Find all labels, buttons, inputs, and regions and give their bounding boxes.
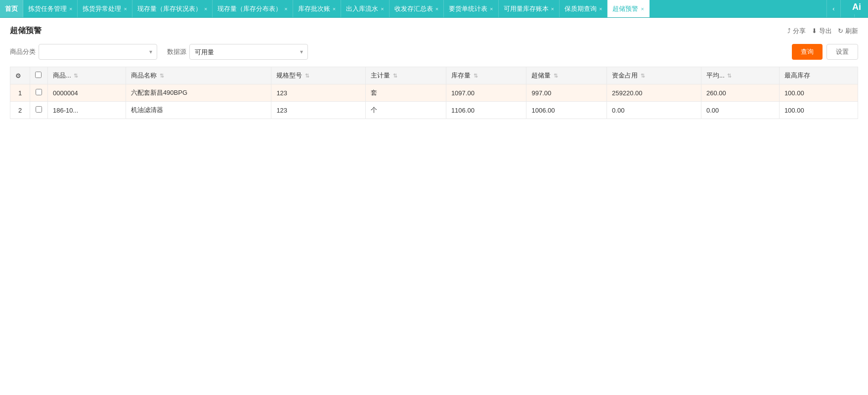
share-icon: ⤴: [787, 27, 791, 35]
nav-item-9[interactable]: 可用量库存账本 ×: [499, 0, 560, 17]
nav-home[interactable]: 首页: [0, 0, 23, 17]
row-num-2: 2: [10, 102, 30, 119]
table-row: 2 186-10... 机油滤清器 123 个 1106.00 1006.00 …: [10, 102, 858, 119]
refresh-icon: ↻: [838, 27, 843, 35]
category-select-wrapper: [39, 44, 157, 60]
nav-item-1[interactable]: 拣货任务管理 ×: [23, 0, 78, 17]
nav-prev-button[interactable]: ‹: [826, 0, 840, 18]
datasource-select[interactable]: 可用量: [189, 44, 308, 60]
row-avg-1: 260.00: [701, 84, 780, 102]
row-unit-2: 个: [366, 102, 446, 119]
col-stock[interactable]: 库存量 ⇅: [446, 67, 526, 84]
nav-item-4[interactable]: 现存量（库存分布表） ×: [213, 0, 293, 17]
sort-icon-unit: ⇅: [393, 73, 397, 79]
table-row: 1 0000004 六配套新昌490BPG 123 套 1097.00 997.…: [10, 84, 858, 102]
row-stock-2: 1106.00: [446, 102, 526, 119]
datasource-filter-group: 数据源 可用量: [167, 44, 308, 60]
refresh-button[interactable]: ↻ 刷新: [838, 27, 858, 36]
row-stock-1: 1097.00: [446, 84, 526, 102]
row-overstock-1: 997.00: [526, 84, 607, 102]
col-avg[interactable]: 平均... ⇅: [701, 67, 780, 84]
query-button[interactable]: 查询: [792, 44, 823, 60]
row-code-1: 0000004: [48, 84, 126, 102]
category-label: 商品分类: [10, 47, 36, 56]
row-name-1: 六配套新昌490BPG: [126, 84, 271, 102]
nav-item-7[interactable]: 收发存汇总表 ×: [390, 0, 444, 17]
sort-icon-overstock: ⇅: [554, 73, 558, 79]
data-table: ⚙ 商品... ⇅ 商品名称 ⇅ 规格型号 ⇅ 主计量: [10, 67, 858, 119]
settings-button[interactable]: 设置: [826, 44, 858, 60]
ai-badge: Ai: [845, 0, 868, 14]
row-name-2: 机油滤清器: [126, 102, 271, 119]
col-unit[interactable]: 主计量 ⇅: [366, 67, 446, 84]
sort-icon-stock: ⇅: [474, 73, 478, 79]
header-actions: ⤴ 分享 ⬇ 导出 ↻ 刷新: [787, 27, 858, 36]
col-product-name[interactable]: 商品名称 ⇅: [126, 67, 271, 84]
close-icon-11[interactable]: ×: [641, 6, 644, 12]
page-title: 超储预警: [10, 26, 42, 36]
close-icon-9[interactable]: ×: [551, 6, 554, 12]
close-icon-6[interactable]: ×: [381, 6, 384, 12]
col-spec[interactable]: 规格型号 ⇅: [271, 67, 366, 84]
row-code-2: 186-10...: [48, 102, 126, 119]
sort-icon-avg: ⇅: [727, 73, 732, 79]
row-maxstock-2: 100.00: [779, 102, 858, 119]
checkbox-header[interactable]: [30, 67, 48, 84]
select-all-checkbox[interactable]: [35, 72, 42, 78]
nav-item-8[interactable]: 要货单统计表 ×: [444, 0, 498, 17]
export-button[interactable]: ⬇ 导出: [812, 27, 832, 36]
nav-item-2[interactable]: 拣货异常处理 ×: [78, 0, 132, 17]
close-icon-7[interactable]: ×: [435, 6, 438, 12]
gear-header[interactable]: ⚙: [10, 67, 30, 84]
filter-actions: 查询 设置: [792, 44, 858, 60]
gear-icon: ⚙: [15, 72, 21, 79]
row-capital-2: 0.00: [607, 102, 701, 119]
row-num-1: 1: [10, 84, 30, 102]
nav-item-6[interactable]: 出入库流水 ×: [341, 0, 389, 17]
col-over-stock[interactable]: 超储量 ⇅: [526, 67, 607, 84]
row-spec-2: 123: [271, 102, 366, 119]
close-icon-4[interactable]: ×: [284, 6, 287, 12]
col-product-code[interactable]: 商品... ⇅: [48, 67, 126, 84]
category-filter-group: 商品分类: [10, 44, 157, 60]
sort-icon-name: ⇅: [160, 73, 164, 79]
share-button[interactable]: ⤴ 分享: [787, 27, 806, 36]
table-body: 1 0000004 六配套新昌490BPG 123 套 1097.00 997.…: [10, 84, 858, 119]
row-select-1[interactable]: [36, 89, 42, 95]
row-checkbox-1[interactable]: [30, 84, 48, 102]
close-icon-3[interactable]: ×: [204, 6, 207, 12]
nav-item-11[interactable]: 超储预警 ×: [608, 0, 649, 17]
row-maxstock-1: 100.00: [779, 84, 858, 102]
close-icon-10[interactable]: ×: [599, 6, 602, 12]
row-select-2[interactable]: [36, 106, 42, 113]
page-header: 超储预警 ⤴ 分享 ⬇ 导出 ↻ 刷新: [10, 26, 858, 36]
close-icon-1[interactable]: ×: [69, 6, 72, 12]
sort-icon-spec: ⇅: [305, 73, 309, 79]
sort-icon-capital: ⇅: [641, 73, 645, 79]
close-icon-8[interactable]: ×: [490, 6, 493, 12]
row-checkbox-2[interactable]: [30, 102, 48, 119]
category-select[interactable]: [39, 44, 157, 60]
close-icon-5[interactable]: ×: [333, 6, 336, 12]
row-overstock-2: 1006.00: [526, 102, 607, 119]
nav-item-5[interactable]: 库存批次账 ×: [293, 0, 341, 17]
sort-icon-code: ⇅: [74, 73, 78, 79]
nav-item-10[interactable]: 保质期查询 ×: [560, 0, 608, 17]
row-spec-1: 123: [271, 84, 366, 102]
col-max-stock[interactable]: 最高库存: [779, 67, 858, 84]
export-icon: ⬇: [812, 27, 817, 35]
top-nav: 首页 拣货任务管理 × 拣货异常处理 × 现存量（库存状况表） × 现存量（库存…: [0, 0, 868, 18]
datasource-label: 数据源: [167, 47, 186, 56]
row-capital-1: 259220.00: [607, 84, 701, 102]
filter-row: 商品分类 数据源 可用量 查询 设置: [10, 44, 858, 60]
row-avg-2: 0.00: [701, 102, 780, 119]
nav-item-3[interactable]: 现存量（库存状况表） ×: [132, 0, 213, 17]
close-icon-2[interactable]: ×: [124, 6, 127, 12]
col-capital[interactable]: 资金占用 ⇅: [607, 67, 701, 84]
table-header-row: ⚙ 商品... ⇅ 商品名称 ⇅ 规格型号 ⇅ 主计量: [10, 67, 858, 84]
main-content: 超储预警 ⤴ 分享 ⬇ 导出 ↻ 刷新 商品分类: [0, 18, 868, 395]
row-unit-1: 套: [366, 84, 446, 102]
datasource-select-wrapper: 可用量: [189, 44, 308, 60]
